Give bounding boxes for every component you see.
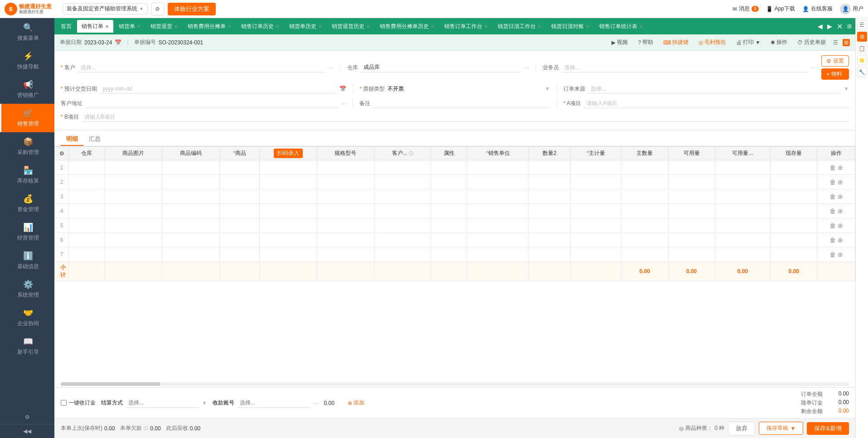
profit-forecast-button[interactable]: ◎ 毛利预告 (696, 38, 729, 47)
cell-5-10[interactable] (529, 218, 571, 233)
cell-6-6[interactable] (317, 233, 374, 247)
save-new-button[interactable]: 保存&新增 (807, 422, 849, 435)
cell-3-13[interactable] (668, 189, 715, 204)
delivery-date-input[interactable] (100, 84, 337, 94)
calendar-icon2[interactable]: 📅 (339, 86, 346, 92)
customer-input[interactable] (78, 63, 326, 72)
tab-item-8[interactable]: 销售费用分摊单历史✕ (375, 20, 439, 33)
settings-icon[interactable]: ⚙ (151, 3, 164, 15)
copy-icon-6[interactable]: ⊕ (838, 236, 843, 244)
layout-grid-icon[interactable]: ⊞ (843, 39, 850, 46)
cell-2-7[interactable] (374, 175, 431, 189)
cell-2-5[interactable] (260, 175, 317, 189)
calendar-icon[interactable]: 📅 (115, 39, 121, 46)
cell-7-10[interactable] (529, 247, 571, 262)
tab-item-11[interactable]: 钱货日清对账✕ (547, 20, 594, 33)
tab-close-5[interactable]: ✕ (276, 24, 279, 29)
cell-3-11[interactable] (571, 189, 621, 204)
order-source-dropdown-icon[interactable]: ▼ (844, 86, 849, 92)
col-scan[interactable]: 扫码录入 (260, 147, 317, 160)
cell-7-15[interactable] (771, 247, 817, 262)
settings-button[interactable]: ⚙ 设置 (821, 55, 849, 67)
tab-detail[interactable]: 明细 (61, 133, 83, 146)
sidebar-item-7[interactable]: 📊经营管理 (0, 218, 54, 246)
cell-3-14[interactable] (715, 189, 771, 204)
cell-6-2[interactable] (105, 233, 162, 247)
cell-1-13[interactable] (668, 160, 715, 175)
cell-2-11[interactable] (571, 175, 621, 189)
sidebar-item-6[interactable]: 💰资金管理 (0, 189, 54, 218)
cell-2-13[interactable] (668, 175, 715, 189)
cell-3-8[interactable] (431, 189, 467, 204)
cell-4-12[interactable] (621, 204, 668, 218)
sidebar-item-2[interactable]: 📢营销推广 (0, 75, 54, 104)
cell-2-8[interactable] (431, 175, 467, 189)
payment-dropdown-icon[interactable]: ▼ (202, 400, 207, 406)
cell-2-15[interactable] (771, 175, 817, 189)
tab-item-2[interactable]: 销货单✕ (114, 20, 145, 33)
copy-icon-3[interactable]: ⊕ (838, 193, 843, 200)
tab-item-5[interactable]: 销售订单历史✕ (237, 20, 284, 33)
tab-next-arrow[interactable]: ▶ (825, 23, 834, 30)
system-title[interactable]: 装备及固定资产辅助管理系统 ▼ (63, 3, 148, 14)
tab-item-10[interactable]: 钱货日清工作台✕ (493, 20, 546, 33)
cell-5-11[interactable] (571, 218, 621, 233)
cell-6-14[interactable] (715, 233, 771, 247)
view-button[interactable]: ▶ 视频 (609, 38, 630, 47)
cell-3-6[interactable] (317, 189, 374, 204)
cell-5-12[interactable] (621, 218, 668, 233)
delete-icon-3[interactable]: 🗑 (829, 193, 836, 200)
cell-4-15[interactable] (771, 204, 817, 218)
cell-7-13[interactable] (668, 247, 715, 262)
delete-icon-4[interactable]: 🗑 (829, 207, 836, 215)
add-payment-button[interactable]: ⊕ 添加 (348, 399, 364, 407)
tab-item-0[interactable]: 首页 (56, 20, 76, 33)
cell-2-14[interactable] (715, 175, 771, 189)
rmt-btn-4[interactable]: ⭐ (857, 55, 867, 65)
cell-6-13[interactable] (668, 233, 715, 247)
cell-1-7[interactable] (374, 160, 431, 175)
addr-dots[interactable]: ··· (341, 100, 347, 107)
shortcut-button[interactable]: ⌨ 快捷键 (660, 38, 691, 47)
order-source-input[interactable] (588, 84, 841, 94)
rmt-btn-1[interactable]: ☰ (857, 20, 867, 30)
remark-input[interactable] (373, 99, 550, 108)
cell-3-3[interactable] (162, 189, 219, 204)
cell-4-13[interactable] (668, 204, 715, 218)
cell-7-5[interactable] (260, 247, 317, 262)
tab-close-4[interactable]: ✕ (228, 24, 231, 29)
cell-1-8[interactable] (431, 160, 467, 175)
cell-1-3[interactable] (162, 160, 219, 175)
cell-5-2[interactable] (105, 218, 162, 233)
cell-3-12[interactable] (621, 189, 668, 204)
cell-1-12[interactable] (621, 160, 668, 175)
print-button[interactable]: 🖨 打印 ▼ (733, 38, 763, 47)
cell-7-1[interactable] (69, 247, 105, 262)
cell-2-10[interactable] (529, 175, 571, 189)
tab-close-7[interactable]: ✕ (366, 24, 370, 29)
cell-5-7[interactable] (374, 218, 431, 233)
delete-icon-6[interactable]: 🗑 (829, 236, 836, 244)
cell-4-11[interactable] (571, 204, 621, 218)
cell-1-4[interactable] (219, 160, 260, 175)
tab-item-6[interactable]: 销货单历史✕ (285, 20, 326, 33)
cell-5-1[interactable] (69, 218, 105, 233)
cell-3-10[interactable] (529, 189, 571, 204)
cell-7-8[interactable] (431, 247, 467, 262)
cell-4-6[interactable] (317, 204, 374, 218)
delete-icon-1[interactable]: 🗑 (829, 164, 836, 171)
cell-7-3[interactable] (162, 247, 219, 262)
sidebar-item-11[interactable]: 📖新手引导 (0, 332, 54, 361)
tab-summary[interactable]: 汇总 (83, 133, 106, 146)
online-support-button[interactable]: 👤 在线客服 (802, 5, 833, 13)
delete-icon-5[interactable]: 🗑 (829, 222, 836, 229)
cell-5-6[interactable] (317, 218, 374, 233)
cell-2-3[interactable] (162, 175, 219, 189)
delete-icon-2[interactable]: 🗑 (829, 178, 836, 186)
copy-icon-5[interactable]: ⊕ (838, 222, 843, 229)
customer-addr-input[interactable] (85, 99, 339, 108)
quick-payment-input[interactable] (61, 400, 67, 406)
sidebar-item-0[interactable]: 🔍搜索菜单 (0, 18, 54, 47)
cell-3-1[interactable] (69, 189, 105, 204)
account-input[interactable] (237, 398, 310, 408)
